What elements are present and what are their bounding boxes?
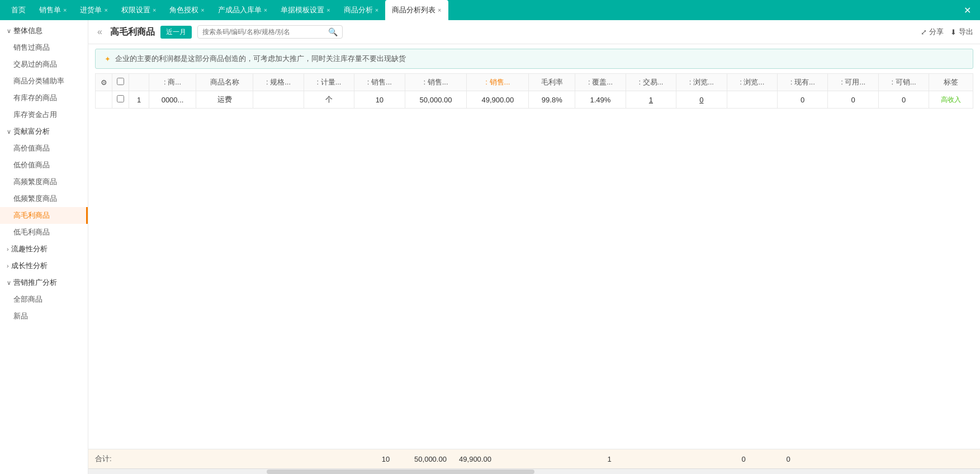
sidebar-group-marketing-label: 营销推广分析 [13, 278, 57, 288]
tab-products-in[interactable]: 产成品入库单 × [211, 0, 274, 20]
footer-transaction: 1 [587, 455, 632, 463]
content-header: « 高毛利商品 近一月 🔍 ⤢ 分享 ⬇ 导出 [88, 20, 980, 44]
table-container: ⚙ : 商... 商品名称 : 规格... : 计量. [88, 73, 980, 449]
col-browse2-label: : 浏览... [740, 78, 764, 86]
sidebar-group-financial[interactable]: ∨ 贡献富分析 [0, 123, 88, 140]
sidebar-item-all-goods[interactable]: 全部商品 [0, 291, 88, 308]
arrow-financial: ∨ [7, 128, 11, 135]
horizontal-scrollbar[interactable] [88, 468, 980, 474]
close-window-button[interactable]: ✕ [959, 5, 976, 16]
col-header-unit[interactable]: : 计量... [304, 74, 354, 91]
col-header-code[interactable]: : 商... [149, 74, 196, 91]
col-sales-amount-label: : 销售... [423, 78, 448, 86]
search-icon[interactable]: 🔍 [328, 27, 338, 36]
row-transaction: 1 [626, 91, 676, 109]
sidebar-item-inventory-occupy[interactable]: 库存资金占用 [0, 106, 88, 123]
period-button[interactable]: 近一月 [160, 26, 192, 39]
col-header-tag[interactable]: 标签 [929, 74, 973, 91]
sidebar-item-high-value[interactable]: 高价值商品 [0, 140, 88, 157]
row-checkbox[interactable] [117, 95, 124, 102]
sidebar-item-low-value[interactable]: 低价值商品 [0, 157, 88, 173]
sidebar-item-inventory-goods[interactable]: 有库存的商品 [0, 90, 88, 106]
col-header-name[interactable]: 商品名称 [196, 74, 253, 91]
content-panel: « 高毛利商品 近一月 🔍 ⤢ 分享 ⬇ 导出 ✦ 企业的主要的利润都是这部 [88, 20, 980, 474]
close-template-icon[interactable]: × [326, 7, 330, 13]
col-header-available[interactable]: : 可用... [828, 74, 878, 91]
close-purchase-icon[interactable]: × [104, 7, 107, 13]
close-analysis-icon[interactable]: × [375, 7, 378, 13]
col-header-browse1[interactable]: : 浏览... [676, 74, 727, 91]
col-header-margin-rate[interactable]: 毛利率 [529, 74, 575, 91]
tab-template[interactable]: 单据模板设置 × [274, 0, 337, 20]
col-current-label: : 现有... [790, 78, 815, 86]
col-header-check[interactable] [112, 74, 129, 91]
export-button[interactable]: ⬇ 导出 [950, 27, 973, 37]
sidebar-item-low-freq[interactable]: 低频繁度商品 [0, 190, 88, 207]
close-analysis-list-icon[interactable]: × [438, 7, 441, 13]
sidebar-item-new-goods-label: 新品 [13, 312, 28, 320]
row-settings [96, 91, 112, 109]
search-input[interactable] [202, 28, 326, 36]
sidebar-item-all-goods-label: 全部商品 [13, 295, 42, 303]
sidebar-item-low-margin[interactable]: 低毛利商品 [0, 224, 88, 241]
close-roles-icon[interactable]: × [201, 7, 204, 13]
footer-empty-9 [676, 455, 721, 463]
tab-roles[interactable]: 角色授权 × [163, 0, 211, 20]
tab-analysis-label: 商品分析 [344, 5, 373, 15]
footer-current: 0 [721, 455, 766, 463]
transaction-link[interactable]: 1 [649, 96, 653, 104]
tab-home[interactable]: 首页 [4, 0, 32, 20]
share-button[interactable]: ⤢ 分享 [921, 27, 944, 37]
close-permissions-icon[interactable]: × [153, 7, 156, 13]
collapse-sidebar-button[interactable]: « [95, 25, 105, 39]
tab-analysis[interactable]: 商品分析 × [337, 0, 385, 20]
col-header-spec[interactable]: : 规格... [253, 74, 304, 91]
tab-products-in-label: 产成品入库单 [218, 5, 262, 15]
col-header-sales-amount[interactable]: : 销售... [405, 74, 467, 91]
top-nav-bar: 首页 销售单 × 进货单 × 权限设置 × 角色授权 × 产成品入库单 × 单据… [0, 0, 980, 20]
arrow-flow: › [7, 246, 9, 252]
browse1-link[interactable]: 0 [699, 96, 703, 104]
tab-permissions[interactable]: 权限设置 × [115, 0, 163, 20]
scrollbar-thumb[interactable] [267, 470, 534, 474]
col-header-settings[interactable]: ⚙ [96, 74, 112, 91]
tab-purchase[interactable]: 进货单 × [73, 0, 114, 20]
close-products-in-icon[interactable]: × [264, 7, 267, 13]
row-seq: 1 [129, 91, 149, 109]
row-coverage: 1.49% [575, 91, 626, 109]
tab-analysis-list[interactable]: 商品分析列表 × [385, 0, 448, 20]
row-code[interactable]: 0000... [149, 91, 196, 109]
sidebar-group-marketing[interactable]: ∨ 营销推广分析 [0, 274, 88, 291]
sidebar-item-new-goods[interactable]: 新品 [0, 308, 88, 325]
row-sellable: 0 [878, 91, 929, 109]
col-header-sales-qty[interactable]: : 销售... [354, 74, 405, 91]
col-margin-rate-label: 毛利率 [541, 78, 563, 86]
col-header-current[interactable]: : 现有... [778, 74, 828, 91]
sidebar-item-traded-goods-label: 交易过的商品 [13, 60, 57, 68]
close-sales-icon[interactable]: × [63, 7, 67, 13]
col-header-sellable[interactable]: : 可销... [878, 74, 929, 91]
tab-analysis-list-label: 商品分析列表 [392, 5, 435, 15]
sidebar-group-growth[interactable]: › 成长性分析 [0, 257, 88, 274]
select-all-checkbox[interactable] [117, 78, 124, 85]
row-current: 0 [778, 91, 828, 109]
col-header-browse2[interactable]: : 浏览... [727, 74, 777, 91]
sidebar-item-goods-analysis[interactable]: 商品分类辅助率 [0, 73, 88, 90]
sidebar-group-overall[interactable]: ∨ 整体信息 [0, 22, 88, 39]
row-browse1: 0 [676, 91, 727, 109]
export-icon: ⬇ [950, 28, 957, 36]
sidebar-item-high-freq[interactable]: 高频繁度商品 [0, 173, 88, 190]
tab-sales[interactable]: 销售单 × [32, 0, 73, 20]
col-header-transaction[interactable]: : 交易... [626, 74, 676, 91]
sidebar-item-sales-goods[interactable]: 销售过商品 [0, 39, 88, 56]
row-check[interactable] [112, 91, 129, 109]
share-label: 分享 [929, 27, 944, 37]
row-spec [253, 91, 304, 109]
col-header-sales-profit[interactable]: : 销售... [467, 74, 529, 91]
sidebar-group-growth-label: 成长性分析 [11, 261, 48, 271]
sidebar-group-flow[interactable]: › 流趣性分析 [0, 241, 88, 257]
col-header-coverage[interactable]: : 覆盖... [575, 74, 626, 91]
sidebar-item-high-margin[interactable]: 高毛利商品 [0, 207, 88, 224]
footer-sales-amount: 50,000.00 [408, 455, 453, 463]
sidebar-item-traded-goods[interactable]: 交易过的商品 [0, 56, 88, 73]
